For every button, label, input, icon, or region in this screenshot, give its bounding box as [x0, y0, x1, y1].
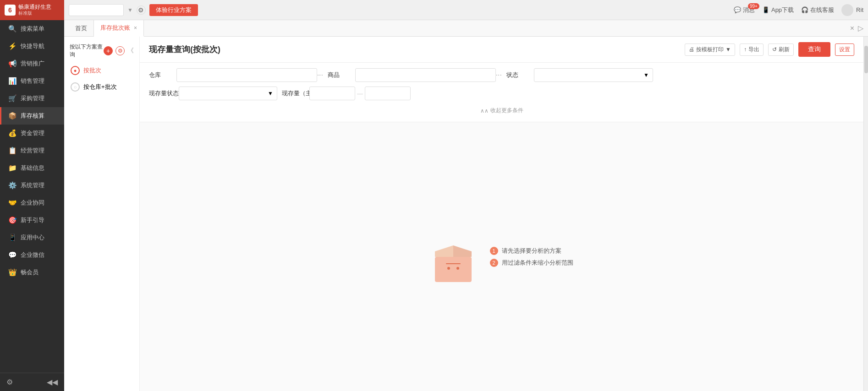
sidebar-item-operation[interactable]: 📋 经营管理 [0, 142, 64, 159]
plan-icon-warehouse-batch: ○ [71, 82, 80, 92]
goods-more-btn[interactable]: ··· [496, 71, 502, 79]
experience-industry-btn[interactable]: 体验行业方案 [149, 4, 198, 16]
sidebar-item-app-center[interactable]: 📱 应用中心 [0, 229, 64, 246]
warehouse-input[interactable] [176, 68, 317, 82]
sidebar-item-label: 营销推广 [21, 60, 44, 68]
sidebar-item-quick-nav[interactable]: ⚡ 快捷导航 [0, 38, 64, 55]
tab-batch-account[interactable]: 库存批次账 × [94, 20, 144, 37]
settings-plan-btn[interactable]: ⚙ [115, 46, 125, 55]
purchase-icon: 🛒 [8, 94, 17, 103]
user-area[interactable]: Rit [841, 4, 863, 16]
sidebar-item-label: 企业协同 [21, 199, 44, 207]
operation-icon: 📋 [8, 147, 17, 155]
plan-icon-batch: ● [71, 66, 80, 75]
inventory-icon: 📦 [8, 112, 17, 120]
plan-item-batch[interactable]: ● 按批次 [64, 62, 139, 79]
user-name: Rit [856, 6, 863, 13]
dropdown-arrow-icon[interactable]: ▼ [127, 7, 133, 13]
tab-home[interactable]: 首页 [69, 20, 94, 37]
guide-icon: 🎯 [8, 216, 17, 224]
sidebar-item-marketing[interactable]: 📢 营销推广 [0, 55, 64, 72]
plan-item-warehouse-batch[interactable]: ○ 按仓库+批次 [64, 79, 139, 95]
app-edition: 标准版 [18, 10, 51, 16]
print-btn[interactable]: 🖨 按模板打印 ▼ [685, 43, 735, 56]
avatar [841, 4, 853, 16]
collapse-sidebar-btn[interactable]: ◀◀ [47, 378, 58, 386]
stock-main-to[interactable] [365, 87, 411, 100]
cooperation-icon: 🤝 [8, 199, 17, 207]
status-filter: 状态 ▼ [506, 68, 653, 82]
page-title-row: 现存量查询(按批次) 🖨 按模板打印 ▼ ↑ 导出 ↺ [149, 42, 854, 57]
sidebar-item-search[interactable]: 🔍 搜索菜单 [0, 20, 64, 38]
export-btn[interactable]: ↑ 导出 [740, 43, 764, 56]
sidebar-bottom: ⚙ ◀◀ [0, 373, 64, 391]
warehouse-label: 仓库 [149, 71, 176, 79]
service-btn[interactable]: 🎧 在线客服 [801, 6, 834, 14]
export-label: 导出 [748, 46, 759, 54]
sidebar-item-system[interactable]: ⚙️ 系统管理 [0, 177, 64, 194]
message-btn[interactable]: 💬 消息 99+ [734, 6, 755, 14]
refresh-btn[interactable]: ↺ 刷新 [768, 43, 794, 56]
add-plan-btn[interactable]: + [104, 46, 113, 55]
collapse-icon: ∧∧ [480, 108, 489, 114]
collapse-panel-btn[interactable]: 《 [127, 47, 134, 55]
sidebar-item-member[interactable]: 👑 畅会员 [0, 264, 64, 281]
left-panel-actions: + ⚙ 《 [104, 46, 134, 55]
sidebar-item-purchase[interactable]: 🛒 采购管理 [0, 90, 64, 107]
page-title: 现存量查询(按批次) [149, 44, 220, 55]
stock-main-from[interactable] [309, 87, 355, 100]
status-select[interactable]: ▼ [534, 68, 653, 82]
app-download-label: App下载 [771, 6, 794, 14]
sidebar-item-label: 经营管理 [21, 147, 44, 155]
message-badge: 99+ [748, 3, 759, 9]
sidebar-item-inventory[interactable]: 📦 库存核算 [0, 107, 64, 125]
settings-btn[interactable]: ⚙ [137, 5, 146, 15]
svg-point-4 [447, 267, 450, 270]
settings-icon[interactable]: ⚙ [6, 378, 13, 386]
empty-step-1: 1 请先选择要分析的方案 [490, 247, 573, 255]
left-panel-header: 按以下方案查询 + ⚙ 《 [64, 41, 139, 62]
warehouse-more-btn[interactable]: ··· [317, 71, 323, 79]
plan-label-warehouse-batch: 按仓库+批次 [83, 83, 117, 91]
right-scrollbar[interactable] [863, 37, 868, 391]
top-bar: ▼ ⚙ 体验行业方案 💬 消息 99+ 📱 App下载 🎧 在线客服 Rit [64, 0, 868, 20]
sidebar-item-label: 系统管理 [21, 181, 44, 190]
collapse-more-btn[interactable]: ∧∧ 收起更多条件 [149, 105, 854, 116]
sidebar-item-finance[interactable]: 💰 资金管理 [0, 125, 64, 142]
stock-main-label: 现存量（主） [282, 89, 309, 98]
tab-expand-icon[interactable]: ▷ [858, 24, 863, 33]
stock-main-divider: — [355, 90, 365, 97]
sidebar-item-basic[interactable]: 📁 基础信息 [0, 159, 64, 177]
step-2-number: 2 [490, 259, 498, 267]
sales-icon: 📊 [8, 77, 17, 85]
settings-btn-right[interactable]: 设置 [835, 43, 854, 56]
sidebar-item-sales[interactable]: 📊 销售管理 [0, 72, 64, 90]
sidebar-item-guide[interactable]: 🎯 新手引导 [0, 212, 64, 229]
stock-status-dropdown-icon: ▼ [268, 90, 273, 97]
status-dropdown-icon: ▼ [643, 72, 649, 78]
filter-area: 仓库 ··· 商品 ··· 状态 ▼ [140, 63, 863, 122]
quick-nav-icon: ⚡ [8, 42, 17, 50]
query-btn[interactable]: 查询 [798, 42, 830, 57]
wechat-icon: 💬 [8, 251, 17, 259]
scrollbar-thumb[interactable] [864, 46, 868, 73]
app-download-btn[interactable]: 📱 App下载 [762, 6, 794, 14]
sidebar-item-label: 资金管理 [21, 129, 44, 137]
sidebar-item-label: 应用中心 [21, 234, 44, 242]
step-1-text: 请先选择要分析的方案 [502, 247, 561, 255]
empty-content: 1 请先选择要分析的方案 2 用过滤条件来缩小分析范围 [430, 234, 573, 280]
tab-close-right-icon[interactable]: × [846, 24, 858, 33]
filter-row-1: 仓库 ··· 商品 ··· 状态 ▼ [149, 68, 854, 82]
tab-home-label: 首页 [75, 24, 87, 33]
step-1-number: 1 [490, 247, 498, 255]
stock-status-select[interactable]: ▼ [179, 87, 277, 100]
goods-input[interactable] [355, 68, 496, 82]
main-area: ▼ ⚙ 体验行业方案 💬 消息 99+ 📱 App下载 🎧 在线客服 Rit [64, 0, 868, 391]
tab-close-btn[interactable]: × [134, 25, 137, 31]
search-box[interactable] [69, 4, 124, 16]
sidebar-item-cooperation[interactable]: 🤝 企业协同 [0, 194, 64, 212]
page-actions: 🖨 按模板打印 ▼ ↑ 导出 ↺ 刷新 查询 设置 [685, 42, 854, 57]
sidebar-item-wechat[interactable]: 💬 企业微信 [0, 246, 64, 264]
app-center-icon: 📱 [8, 234, 17, 242]
app-name: 畅康通好生意 [18, 4, 51, 10]
